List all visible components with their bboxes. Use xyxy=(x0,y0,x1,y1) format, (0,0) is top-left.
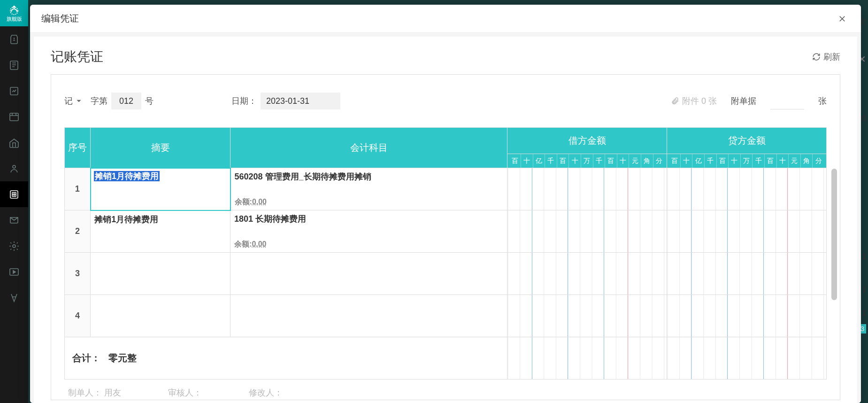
refresh-label: 刷新 xyxy=(823,51,840,62)
date-label: 日期： xyxy=(231,95,257,107)
maker-label: 制单人： xyxy=(68,388,102,397)
sidebar-nav-8[interactable] xyxy=(0,207,28,233)
digit-label: 万 xyxy=(741,154,753,168)
credit-cell[interactable] xyxy=(667,168,827,210)
account-cell[interactable]: 560208 管理费用_长期待摊费用摊销余额:0.00 xyxy=(230,168,507,210)
row-seq: 4 xyxy=(65,295,91,337)
digit-label: 百 xyxy=(717,154,729,168)
digit-label: 十 xyxy=(681,154,693,168)
voucher-row: 1摊销1月待摊费用560208 管理费用_长期待摊费用摊销余额:0.00 xyxy=(65,168,827,210)
digit-label: 十 xyxy=(569,154,581,168)
summary-cell[interactable]: 摊销1月待摊费用 xyxy=(91,168,230,210)
total-text: 零元整 xyxy=(108,353,137,363)
digit-label: 十 xyxy=(521,154,533,168)
attachment-link[interactable]: 附件 0 张 xyxy=(671,95,717,107)
voucher-hao-label: 号 xyxy=(145,95,154,107)
col-summary-header: 摘要 xyxy=(91,128,230,168)
voucher-top-row: 记账凭证 刷新 xyxy=(51,48,840,66)
voucher-footer: 制单人： 用友 审核人： 修改人： xyxy=(64,380,827,398)
svg-rect-1 xyxy=(10,61,18,70)
svg-point-4 xyxy=(13,165,15,168)
digit-label: 十 xyxy=(729,154,741,168)
voucher-row: 3 xyxy=(65,253,827,295)
digit-label: 角 xyxy=(641,154,653,168)
account-text: 560208 管理费用_长期待摊费用摊销 xyxy=(235,171,504,182)
sidebar: 旗舰版 xyxy=(0,0,28,403)
voucher-frame: 记 字第 号 日期： 附件 0 张 附单据 xyxy=(51,74,840,400)
credit-cell[interactable] xyxy=(667,295,827,337)
debit-cell[interactable] xyxy=(507,168,667,210)
maker-value: 用友 xyxy=(104,388,121,397)
col-debit-header: 借方金额 xyxy=(507,128,667,154)
debit-cell[interactable] xyxy=(507,253,667,295)
digit-label: 十 xyxy=(617,154,630,168)
voucher-number-input[interactable] xyxy=(111,93,141,109)
sidebar-nav-9[interactable] xyxy=(0,233,28,259)
digit-label: 百 xyxy=(557,154,569,168)
modal-body: 记账凭证 刷新 记 字第 号 日期： xyxy=(30,33,861,403)
app-logo: 旗舰版 xyxy=(0,0,28,26)
close-button[interactable] xyxy=(835,11,850,26)
account-cell[interactable] xyxy=(230,295,507,337)
sidebar-nav-11[interactable] xyxy=(0,285,28,310)
voucher-row: 2摊销1月待摊费用1801 长期待摊费用余额:0.00 xyxy=(65,210,827,253)
sidebar-nav-4[interactable] xyxy=(0,104,28,130)
account-text: 1801 长期待摊费用 xyxy=(234,213,503,225)
date-input[interactable] xyxy=(261,93,340,109)
sidebar-nav-7[interactable] xyxy=(0,181,28,207)
svg-point-6 xyxy=(13,245,15,248)
digit-label: 元 xyxy=(789,154,801,168)
edit-voucher-modal: 编辑凭证 记账凭证 刷新 记 字第 xyxy=(30,5,861,403)
digit-label: 亿 xyxy=(692,154,705,168)
sidebar-nav-5[interactable] xyxy=(0,130,28,155)
sidebar-nav-2[interactable] xyxy=(0,52,28,78)
account-cell[interactable]: 1801 长期待摊费用余额:0.00 xyxy=(230,210,507,253)
row-seq: 3 xyxy=(65,253,91,295)
refresh-icon xyxy=(812,53,821,61)
digit-label: 万 xyxy=(581,154,593,168)
app-logo-label: 旗舰版 xyxy=(7,16,22,23)
debit-cell[interactable] xyxy=(507,210,667,253)
voucher-zidi-label: 字第 xyxy=(91,95,108,107)
sidebar-nav-6[interactable] xyxy=(0,155,28,181)
auditor-label: 审核人： xyxy=(168,388,202,397)
modal-title: 编辑凭证 xyxy=(41,12,79,25)
paperclip-icon xyxy=(671,97,679,105)
row-seq: 1 xyxy=(65,168,91,210)
col-seq-header: 序号 xyxy=(65,128,91,168)
col-account-header: 会计科目 xyxy=(230,128,507,168)
digit-label: 百 xyxy=(605,154,617,168)
voucher-heading: 记账凭证 xyxy=(51,48,103,66)
svg-rect-3 xyxy=(10,113,18,121)
sidebar-nav-1[interactable] xyxy=(0,26,28,52)
table-scrollbar[interactable] xyxy=(831,169,837,300)
modifier-label: 修改人： xyxy=(249,388,283,397)
summary-cell[interactable]: 摊销1月待摊费用 xyxy=(91,210,230,253)
attachment-label: 附件 0 张 xyxy=(682,95,717,107)
credit-cell[interactable] xyxy=(667,210,827,253)
digit-label: 分 xyxy=(813,154,825,168)
backdrop-num: 1 xyxy=(862,309,866,318)
close-icon xyxy=(838,15,846,23)
debit-cell[interactable] xyxy=(507,295,667,337)
digit-label: 千 xyxy=(705,154,717,168)
voucher-type-select[interactable]: 记 xyxy=(64,95,87,107)
total-debit-cell xyxy=(507,337,667,380)
credit-cell[interactable] xyxy=(667,253,827,295)
sidebar-nav-3[interactable] xyxy=(0,78,28,104)
refresh-button[interactable]: 刷新 xyxy=(812,51,840,62)
summary-cell[interactable] xyxy=(91,295,230,337)
digit-label: 百 xyxy=(509,154,521,168)
attach-slip-input[interactable] xyxy=(770,93,804,109)
summary-cell[interactable] xyxy=(91,253,230,295)
account-balance: 余额:0.00 xyxy=(234,240,266,249)
digit-label: 角 xyxy=(801,154,813,168)
digit-label: 分 xyxy=(653,154,666,168)
digit-label: 千 xyxy=(753,154,765,168)
account-cell[interactable] xyxy=(230,253,507,295)
voucher-table-wrap: 序号 摘要 会计科目 借方金额 贷方金额 百十亿千百十万千百十元角分 百十亿千百… xyxy=(64,127,827,380)
sidebar-nav-10[interactable] xyxy=(0,259,28,285)
digit-label: 元 xyxy=(629,154,641,168)
modal-header: 编辑凭证 xyxy=(30,5,861,33)
row-seq: 2 xyxy=(65,210,91,253)
